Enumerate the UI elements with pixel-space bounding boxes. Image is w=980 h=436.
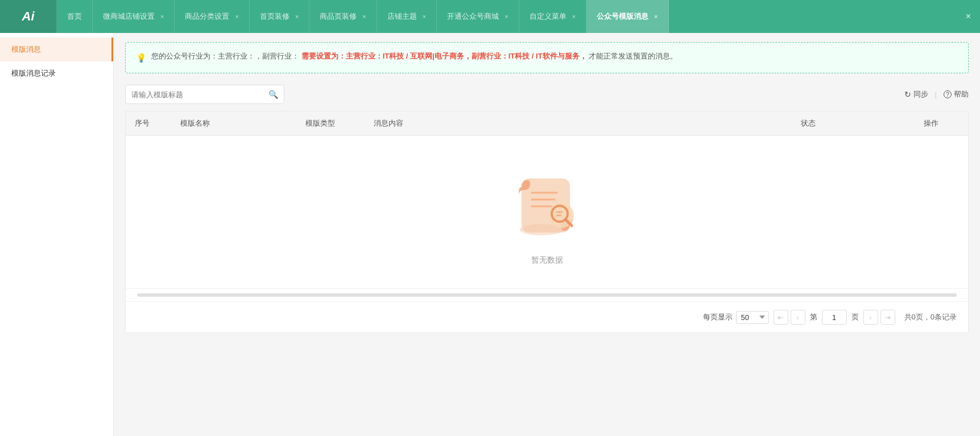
tab-open-mall-close[interactable]: × <box>505 13 508 20</box>
next-page-button[interactable]: › <box>863 310 878 325</box>
page-label-after: 页 <box>851 312 859 322</box>
horizontal-scrollbar[interactable] <box>126 288 968 301</box>
page-number-input[interactable] <box>822 310 847 325</box>
per-page-select[interactable]: 50 10 20 100 <box>736 311 769 324</box>
col-status: 状态 <box>792 111 894 135</box>
tab-product-page-decor-close[interactable]: × <box>362 13 366 20</box>
sync-icon: ↻ <box>904 90 911 99</box>
tab-home-decor[interactable]: 首页装修 × <box>250 0 309 33</box>
page-size-box: 每页显示 50 10 20 100 <box>703 311 769 324</box>
tab-product-category-close[interactable]: × <box>235 13 238 20</box>
col-seq: 序号 <box>126 111 171 135</box>
notice-icon: 💡 <box>136 51 147 65</box>
tab-template-message[interactable]: 公众号模版消息 × <box>586 0 668 33</box>
content-area: 💡 您的公众号行业为：主营行业：，副营行业： 需要设置为：主营行业：IT科技 /… <box>114 33 980 436</box>
scrollbar-track[interactable] <box>137 293 957 297</box>
last-page-button[interactable]: ⇥ <box>880 310 895 325</box>
tab-home-decor-label: 首页装修 <box>260 11 290 22</box>
help-icon: ? <box>944 90 952 98</box>
empty-text: 暂无数据 <box>531 255 563 265</box>
pagination: 每页显示 50 10 20 100 ⇤ ‹ 第 页 › ⇥ <box>126 301 968 333</box>
sidebar-item-template-msg-label: 模版消息 <box>11 45 41 53</box>
tab-home-label: 首页 <box>67 11 82 22</box>
tab-home-decor-close[interactable]: × <box>295 13 299 20</box>
empty-state: 暂无数据 <box>126 136 968 288</box>
sidebar: 模版消息 模版消息记录 <box>0 33 114 436</box>
tab-store-theme-close[interactable]: × <box>423 13 426 20</box>
tab-shop-settings-close[interactable]: × <box>160 13 164 20</box>
page-nav: ⇤ ‹ 第 页 › ⇥ <box>774 310 895 325</box>
tab-home[interactable]: 首页 <box>57 0 93 33</box>
main-layout: 模版消息 模版消息记录 💡 您的公众号行业为：主营行业：，副营行业： 需要设置为… <box>0 33 980 436</box>
help-button[interactable]: ? 帮助 <box>944 89 969 99</box>
help-label: 帮助 <box>954 89 969 99</box>
tab-product-category-label: 商品分类设置 <box>185 11 229 22</box>
notice-highlight: 需要设置为：主营行业：IT科技 / 互联网|电子商务，副营行业：IT科技 / I… <box>301 52 587 60</box>
tab-custom-menu-label: 自定义菜单 <box>530 11 567 22</box>
prev-page-button[interactable]: ‹ <box>791 310 805 325</box>
tab-product-category[interactable]: 商品分类设置 × <box>175 0 249 33</box>
sidebar-item-template-msg-record[interactable]: 模版消息记录 <box>0 61 113 85</box>
toolbar: 🔍 ↻ 同步 | ? 帮助 <box>125 85 969 104</box>
tab-custom-menu-close[interactable]: × <box>572 13 576 20</box>
page-label-before: 第 <box>810 312 817 322</box>
sidebar-item-template-msg-record-label: 模版消息记录 <box>11 69 56 77</box>
tab-shop-settings[interactable]: 微商城店铺设置 × <box>93 0 175 33</box>
page-total: 共0页，0条记录 <box>904 312 957 322</box>
sync-button[interactable]: ↻ 同步 <box>904 89 928 99</box>
close-all-button[interactable]: × <box>957 11 980 22</box>
tab-product-page-decor[interactable]: 商品页装修 × <box>309 0 377 33</box>
tab-shop-settings-label: 微商城店铺设置 <box>103 11 155 22</box>
table-header: 序号 模版名称 模版类型 消息内容 状态 操作 <box>126 111 968 136</box>
col-content: 消息内容 <box>365 111 792 135</box>
search-icon[interactable]: 🔍 <box>268 90 278 99</box>
tab-template-message-label: 公众号模版消息 <box>597 11 648 22</box>
empty-icon <box>510 170 584 244</box>
notice-text-before: 您的公众号行业为：主营行业：，副营行业： <box>151 52 299 60</box>
tab-bar: Ai 首页 微商城店铺设置 × 商品分类设置 × 首页装修 × 商品页装修 × … <box>0 0 980 33</box>
data-table: 序号 模版名称 模版类型 消息内容 状态 操作 <box>125 111 969 333</box>
col-type: 模版类型 <box>296 111 365 135</box>
search-input[interactable] <box>131 90 268 99</box>
tab-open-mall[interactable]: 开通公众号商城 × <box>437 0 519 33</box>
tab-store-theme[interactable]: 店铺主题 × <box>377 0 437 33</box>
tab-template-message-close[interactable]: × <box>654 13 658 20</box>
tab-product-page-decor-label: 商品页装修 <box>320 11 357 22</box>
toolbar-divider: | <box>935 90 937 99</box>
sync-label: 同步 <box>913 89 928 99</box>
tab-open-mall-label: 开通公众号商城 <box>447 11 499 22</box>
search-box: 🔍 <box>125 85 284 104</box>
app-logo: Ai <box>0 0 57 33</box>
per-page-label: 每页显示 <box>703 312 733 322</box>
tab-custom-menu[interactable]: 自定义菜单 × <box>519 0 586 33</box>
notice-box: 💡 您的公众号行业为：主营行业：，副营行业： 需要设置为：主营行业：IT科技 /… <box>125 42 969 73</box>
tab-store-theme-label: 店铺主题 <box>387 11 417 22</box>
sidebar-item-template-msg[interactable]: 模版消息 <box>0 38 113 61</box>
notice-text-after: 才能正常发送预置的消息。 <box>589 52 677 60</box>
toolbar-right: ↻ 同步 | ? 帮助 <box>904 89 969 99</box>
first-page-button[interactable]: ⇤ <box>774 310 788 325</box>
col-action: 操作 <box>894 111 968 135</box>
col-name: 模版名称 <box>171 111 296 135</box>
